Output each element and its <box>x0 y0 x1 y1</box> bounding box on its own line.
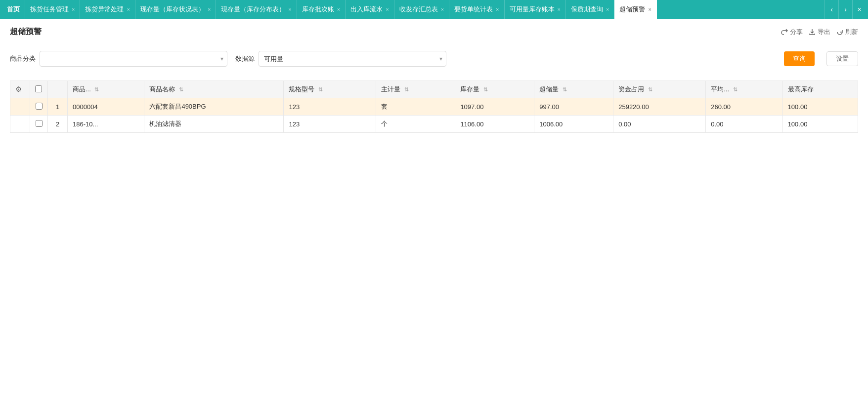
sort-icon: ⇅ <box>179 86 183 93</box>
row-checkbox[interactable] <box>36 103 43 110</box>
row-capital: 259220.00 <box>613 98 706 116</box>
close-icon[interactable]: × <box>337 6 340 12</box>
row-product-name: 机油滤清器 <box>144 116 284 133</box>
category-label: 商品分类 <box>10 54 36 63</box>
close-icon[interactable]: × <box>441 6 444 12</box>
query-button[interactable]: 查询 <box>784 51 815 66</box>
category-select[interactable] <box>40 51 227 67</box>
row-product-code: 0000004 <box>68 98 144 116</box>
filter-row: 商品分类 ▾ 数据源 可用量 库存量 ▾ 查询 设置 <box>10 45 858 73</box>
row-num-cell: 1 <box>48 98 68 116</box>
nav-tab-order-stat[interactable]: 要货单统计表 × <box>449 0 504 19</box>
nav-close-button[interactable]: × <box>852 0 866 19</box>
nav-tab-expiry[interactable]: 保质期查询 × <box>566 0 614 19</box>
row-stock: 1106.00 <box>455 116 534 133</box>
col-unit[interactable]: 主计量 ⇅ <box>376 81 455 98</box>
nav-tab-flow[interactable]: 出入库流水 × <box>346 0 394 19</box>
nav-tab-batch-account[interactable]: 库存批次账 × <box>297 0 346 19</box>
table-header: ⚙ 商品... ⇅ 商品名称 ⇅ 规格型号 ⇅ <box>10 81 858 98</box>
col-overstock[interactable]: 超储量 ⇅ <box>534 81 613 98</box>
row-check-cell[interactable] <box>30 98 48 116</box>
sort-icon: ⇅ <box>318 86 323 93</box>
row-unit: 个 <box>376 116 455 133</box>
col-product-name[interactable]: 商品名称 ⇅ <box>144 81 284 98</box>
row-spec: 123 <box>284 98 376 116</box>
col-product-code[interactable]: 商品... ⇅ <box>68 81 144 98</box>
refresh-button[interactable]: 刷新 <box>836 28 858 37</box>
row-avg: 0.00 <box>706 116 782 133</box>
row-gear-cell <box>10 98 30 116</box>
category-select-wrapper: ▾ <box>40 51 227 67</box>
export-button[interactable]: 导出 <box>809 28 830 37</box>
close-icon[interactable]: × <box>648 6 651 12</box>
row-check-cell[interactable] <box>30 116 48 133</box>
close-icon[interactable]: × <box>208 6 211 12</box>
nav-tab-stock-status[interactable]: 现存量（库存状况表） × <box>135 0 216 19</box>
table-row: 2 186-10... 机油滤清器 123 个 1106.00 1006.00 … <box>10 116 858 133</box>
nav-tab-pick-exception[interactable]: 拣货异常处理 × <box>80 0 135 19</box>
page-title: 超储预警 <box>10 27 42 37</box>
row-gear-cell <box>10 116 30 133</box>
nav-tab-overstock[interactable]: 超储预警 × <box>614 0 656 19</box>
export-icon <box>809 29 816 36</box>
close-icon[interactable]: × <box>496 6 499 12</box>
col-stock[interactable]: 库存量 ⇅ <box>455 81 534 98</box>
nav-tab-home[interactable]: 首页 <box>2 0 25 19</box>
nav-arrows: ‹ › × <box>825 0 866 19</box>
close-icon[interactable]: × <box>558 6 561 12</box>
close-icon[interactable]: × <box>72 6 75 12</box>
share-button[interactable]: 分享 <box>781 28 803 37</box>
col-check[interactable] <box>30 81 48 98</box>
col-gear[interactable]: ⚙ <box>10 81 30 98</box>
refresh-icon <box>836 29 843 36</box>
row-max-stock: 100.00 <box>782 98 858 116</box>
top-nav: 首页 拣货任务管理 × 拣货异常处理 × 现存量（库存状况表） × 现存量（库存… <box>0 0 868 19</box>
nav-tab-stock-dist[interactable]: 现存量（库存分布表） × <box>216 0 297 19</box>
share-icon <box>781 29 788 36</box>
datasource-select-wrapper: 可用量 库存量 ▾ <box>259 51 446 67</box>
page-header: 超储预警 分享 导出 刷新 <box>10 27 858 37</box>
settings-button[interactable]: 设置 <box>826 51 858 66</box>
nav-tab-avail-book[interactable]: 可用量库存账本 × <box>505 0 566 19</box>
close-icon[interactable]: × <box>127 6 130 12</box>
row-unit: 套 <box>376 98 455 116</box>
data-table: ⚙ 商品... ⇅ 商品名称 ⇅ 规格型号 ⇅ <box>10 80 858 133</box>
close-icon[interactable]: × <box>288 6 291 12</box>
row-checkbox[interactable] <box>36 120 43 127</box>
col-rownum <box>48 81 68 98</box>
nav-prev-button[interactable]: ‹ <box>825 0 838 19</box>
row-max-stock: 100.00 <box>782 116 858 133</box>
header-actions: 分享 导出 刷新 <box>781 28 858 37</box>
nav-next-button[interactable]: › <box>838 0 852 19</box>
close-icon[interactable]: × <box>386 6 389 12</box>
row-overstock: 1006.00 <box>534 116 613 133</box>
row-stock: 1097.00 <box>455 98 534 116</box>
page-content: 超储预警 分享 导出 刷新 商品 <box>0 19 868 395</box>
row-spec: 123 <box>284 116 376 133</box>
datasource-filter: 数据源 可用量 库存量 ▾ <box>235 51 446 67</box>
row-num-cell: 2 <box>48 116 68 133</box>
table-body: 1 0000004 六配套新昌490BPG 123 套 1097.00 997.… <box>10 98 858 133</box>
select-all-checkbox[interactable] <box>35 85 42 92</box>
datasource-label: 数据源 <box>235 54 255 63</box>
nav-tab-collect-summary[interactable]: 收发存汇总表 × <box>394 0 449 19</box>
gear-icon[interactable]: ⚙ <box>15 85 22 93</box>
close-icon[interactable]: × <box>606 6 609 12</box>
col-avg[interactable]: 平均... ⇅ <box>706 81 782 98</box>
col-capital[interactable]: 资金占用 ⇅ <box>613 81 706 98</box>
sort-icon: ⇅ <box>648 86 652 93</box>
row-product-name: 六配套新昌490BPG <box>144 98 284 116</box>
row-product-code: 186-10... <box>68 116 144 133</box>
row-overstock: 997.00 <box>534 98 613 116</box>
row-capital: 0.00 <box>613 116 706 133</box>
datasource-select[interactable]: 可用量 库存量 <box>259 51 446 67</box>
table-row: 1 0000004 六配套新昌490BPG 123 套 1097.00 997.… <box>10 98 858 116</box>
col-spec[interactable]: 规格型号 ⇅ <box>284 81 376 98</box>
sort-icon: ⇅ <box>733 86 738 93</box>
row-avg: 260.00 <box>706 98 782 116</box>
sort-icon: ⇅ <box>483 86 488 93</box>
sort-icon: ⇅ <box>404 86 409 93</box>
nav-tab-pick-task[interactable]: 拣货任务管理 × <box>25 0 80 19</box>
col-max-stock[interactable]: 最高库存 <box>782 81 858 98</box>
category-filter: 商品分类 ▾ <box>10 51 227 67</box>
